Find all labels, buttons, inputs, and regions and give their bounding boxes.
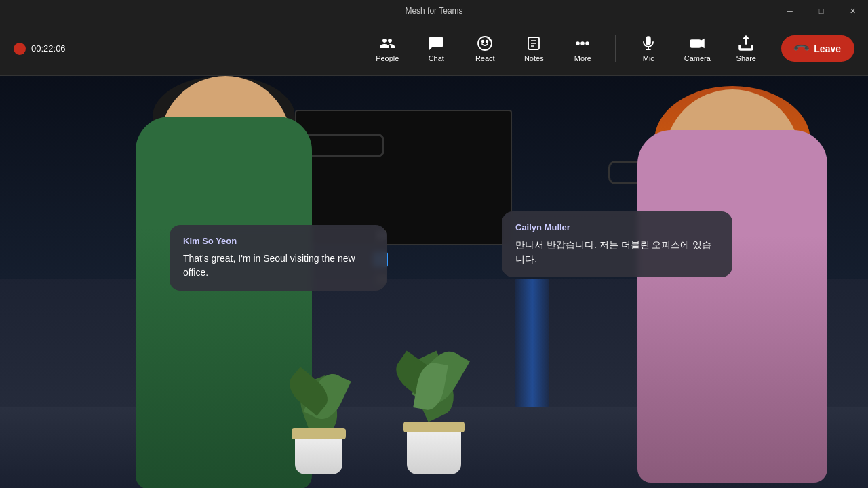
- mic-label: Mic: [643, 54, 654, 62]
- leave-label: Leave: [814, 43, 841, 54]
- camera-button[interactable]: Camera: [675, 27, 719, 70]
- chat-label: Chat: [429, 54, 444, 62]
- people-icon: [379, 35, 395, 52]
- plant-pot-center: [407, 427, 461, 474]
- avatar-message-kim: That's great, I'm in Seoul visiting the …: [183, 251, 373, 280]
- chat-button[interactable]: Chat: [414, 27, 458, 70]
- svg-point-7: [576, 42, 579, 45]
- svg-point-2: [486, 40, 488, 42]
- plant-leaves-left: [292, 366, 346, 434]
- close-button[interactable]: ✕: [837, 0, 868, 22]
- avatar-name-kim: Kim So Yeon: [183, 236, 373, 246]
- recording-indicator: 00:22:06: [14, 43, 366, 55]
- share-icon: [738, 35, 754, 52]
- plant-pot-left: [295, 434, 342, 474]
- camera-icon: [689, 35, 705, 52]
- react-label: React: [475, 54, 495, 62]
- svg-rect-10: [646, 37, 650, 45]
- toolbar-divider: [615, 35, 616, 62]
- people-button[interactable]: People: [366, 27, 409, 70]
- svg-point-0: [478, 37, 492, 50]
- window-controls: ─ □ ✕: [774, 0, 868, 22]
- recording-dot: [14, 43, 26, 55]
- chat-icon: [428, 35, 444, 52]
- people-label: People: [376, 54, 399, 62]
- timer-display: 00:22:06: [31, 43, 66, 54]
- more-icon: [574, 35, 591, 52]
- svg-rect-13: [690, 40, 701, 47]
- more-label: More: [574, 54, 591, 62]
- share-label: Share: [736, 54, 756, 62]
- react-icon: [477, 35, 493, 52]
- plant-left: [292, 366, 346, 474]
- minimize-button[interactable]: ─: [774, 0, 806, 22]
- maximize-button[interactable]: □: [806, 0, 837, 22]
- avatar-name-cailyn: Cailyn Muller: [515, 222, 719, 232]
- svg-point-8: [581, 42, 584, 45]
- title-bar: Mesh for Teams ─ □ ✕: [0, 0, 868, 22]
- camera-label: Camera: [684, 54, 711, 62]
- mic-icon: [640, 35, 656, 52]
- avatar-message-cailyn: 만나서 반갑습니다. 저는 더블린 오피스에 있습니다.: [515, 238, 719, 266]
- phone-icon: 📞: [793, 39, 812, 58]
- mic-button[interactable]: Mic: [627, 27, 670, 70]
- share-button[interactable]: Share: [724, 27, 768, 70]
- notes-button[interactable]: Notes: [512, 27, 555, 70]
- notes-label: Notes: [524, 54, 544, 62]
- char-right-body: [637, 130, 827, 483]
- more-button[interactable]: More: [561, 27, 604, 70]
- toolbar-actions: People Chat React: [366, 27, 768, 70]
- svg-point-1: [482, 40, 484, 42]
- svg-point-9: [586, 42, 589, 45]
- speech-bubble-cailyn: Cailyn Muller 만나서 반갑습니다. 저는 더블린 오피스에 있습니…: [502, 211, 732, 277]
- window-title: Mesh for Teams: [405, 6, 462, 16]
- plant-center: [393, 346, 475, 474]
- react-button[interactable]: React: [463, 27, 507, 70]
- plant-leaves-center: [400, 346, 468, 427]
- scene: Kim So Yeon That's great, I'm in Seoul v…: [0, 76, 868, 488]
- toolbar: 00:22:06 People Chat React: [0, 22, 868, 76]
- notes-icon: [526, 35, 542, 52]
- speech-bubble-kim: Kim So Yeon That's great, I'm in Seoul v…: [170, 225, 387, 291]
- leave-button[interactable]: 📞 Leave: [781, 35, 854, 62]
